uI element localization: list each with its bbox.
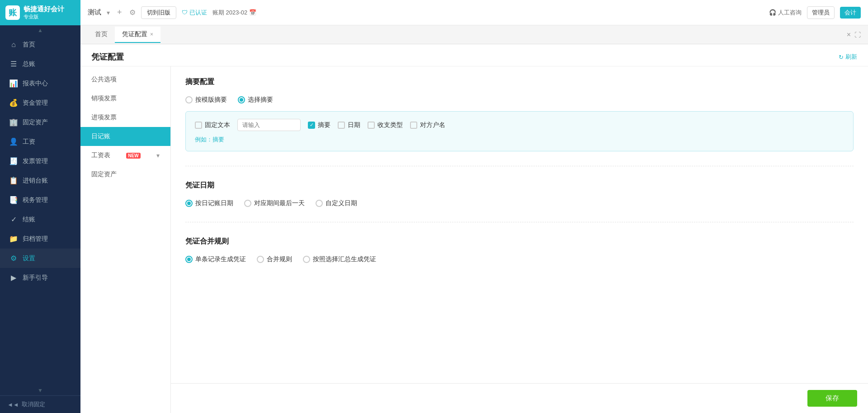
summary-label: 摘要 (318, 121, 330, 129)
sidebar-item-archive[interactable]: 📁 归档管理 (0, 229, 80, 249)
sidebar-item-payroll[interactable]: 👤 工资 (0, 132, 80, 151)
sidebar-nav: ⌂ 首页 ☰ 总账 📊 报表中心 💰 资金管理 🏢 固定资产 👤 工资 🧾 发票… (0, 35, 80, 385)
nav-item-diary[interactable]: 日记账 (80, 127, 170, 146)
logo-icon: 账 (5, 5, 20, 20)
shield-icon: 🛡 (182, 9, 188, 16)
refresh-icon: ↻ (839, 54, 844, 61)
period-display: 账期 2023-02 📅 (212, 9, 257, 17)
switch-old-btn[interactable]: 切到旧版 (141, 6, 176, 19)
date-checkbox (338, 122, 345, 129)
checkbox-fixed-text[interactable]: 固定文本 (195, 121, 230, 129)
summary-radio-group: 按模版摘要 选择摘要 (185, 96, 854, 104)
merge-rule-circle (257, 256, 264, 263)
checkbox-counterpart[interactable]: 对方户名 (410, 121, 445, 129)
sidebar-item-label: 进销台账 (23, 177, 48, 185)
radio-single-record[interactable]: 单条记录生成凭证 (185, 255, 246, 263)
sidebar-item-home[interactable]: ⌂ 首页 (0, 35, 80, 54)
dropdown-icon[interactable]: ▾ (107, 9, 110, 16)
tab-close-icon[interactable]: × (150, 31, 153, 38)
cancel-fixed-btn[interactable]: ◄◄ 取消固定 (0, 395, 80, 413)
right-content: 摘要配置 按模版摘要 选择摘要 (171, 66, 868, 383)
sidebar-item-funds[interactable]: 💰 资金管理 (0, 93, 80, 113)
radio-summary-generate[interactable]: 按照选择汇总生成凭证 (303, 255, 376, 263)
app-logo: 账 畅捷通好会计 专业版 (0, 0, 80, 25)
tab-voucher-config[interactable]: 凭证配置 × (115, 27, 160, 43)
payroll-table-row: 工资表 NEW ▾ (91, 151, 160, 160)
ledger-icon: ☰ (9, 60, 18, 68)
sidebar-item-assets[interactable]: 🏢 固定资产 (0, 113, 80, 132)
tab-home[interactable]: 首页 (88, 27, 115, 43)
archive-icon: 📁 (9, 235, 18, 243)
topbar-settings-icon[interactable]: ⚙ (129, 8, 136, 17)
tab-config-label: 凭证配置 (122, 30, 147, 38)
single-record-circle (185, 256, 193, 263)
calendar-icon[interactable]: 📅 (249, 9, 256, 16)
purchases-icon: 📋 (9, 176, 18, 185)
merge-rules-section: 凭证合并规则 单条记录生成凭证 合并规则 (185, 237, 854, 278)
close-window-icon[interactable]: × (847, 31, 851, 39)
merge-rules-title: 凭证合并规则 (185, 237, 854, 246)
sidebar-item-closing[interactable]: ✓ 结账 (0, 210, 80, 229)
add-btn[interactable]: + (115, 8, 124, 17)
custom-date-label: 自定义日期 (326, 199, 357, 207)
fixed-text-input[interactable] (237, 119, 301, 131)
checkbox-summary[interactable]: ✓ 摘要 (308, 121, 330, 129)
voucher-date-title: 凭证日期 (185, 181, 854, 190)
logo-text-group: 畅捷通好会计 专业版 (24, 5, 64, 20)
radio-select-summary[interactable]: 选择摘要 (238, 96, 273, 104)
closing-icon: ✓ (9, 215, 18, 224)
nav-item-fixed-assets[interactable]: 固定资产 (80, 165, 170, 184)
income-type-label: 收支类型 (377, 121, 403, 129)
save-button[interactable]: 保存 (807, 390, 857, 407)
company-name: 测试 (88, 8, 101, 17)
invoice-icon: 🧾 (9, 157, 18, 165)
sidebar-item-guide[interactable]: ▶ 新手引导 (0, 268, 80, 287)
fixed-text-checkbox (195, 122, 202, 129)
refresh-btn[interactable]: ↻ 刷新 (839, 53, 857, 61)
nav-item-public[interactable]: 公共选项 (80, 70, 170, 89)
assets-icon: 🏢 (9, 118, 18, 127)
new-badge: NEW (126, 153, 140, 159)
summary-checkbox: ✓ (308, 122, 315, 129)
sidebar-item-reports[interactable]: 📊 报表中心 (0, 74, 80, 93)
sidebar-item-label: 首页 (23, 41, 35, 49)
left-nav: 公共选项 销项发票 进项发票 日记账 工资表 NEW ▾ (80, 66, 171, 413)
nav-label-purchase: 进项发票 (91, 113, 117, 121)
page-title: 凭证配置 (91, 52, 124, 62)
daily-date-label: 按日记账日期 (195, 199, 233, 207)
radio-last-day[interactable]: 对应期间最后一天 (244, 199, 305, 207)
checkbox-date[interactable]: 日期 (338, 121, 360, 129)
customer-service-btn[interactable]: 🎧 人工咨询 (769, 9, 802, 17)
voucher-date-radio-group: 按日记账日期 对应期间最后一天 自定义日期 (185, 199, 854, 207)
expand-window-icon[interactable]: ⛶ (854, 31, 861, 38)
radio-merge-rule[interactable]: 合并规则 (257, 255, 292, 263)
summary-options-row: 固定文本 ✓ 摘要 日期 (195, 119, 844, 131)
radio-custom-date[interactable]: 自定义日期 (316, 199, 357, 207)
nav-item-sales[interactable]: 销项发票 (80, 89, 170, 108)
radio-template-summary[interactable]: 按模版摘要 (185, 96, 227, 104)
radio-template-label: 按模版摘要 (195, 96, 227, 104)
funds-icon: 💰 (9, 99, 18, 107)
sidebar-scroll-up[interactable]: ▲ (0, 25, 80, 35)
admin-btn[interactable]: 管理员 (807, 6, 835, 19)
verified-label: 已认证 (189, 9, 207, 17)
expand-icon: ▾ (156, 152, 160, 159)
custom-date-circle (316, 200, 323, 207)
nav-label-public: 公共选项 (91, 75, 117, 83)
role-btn[interactable]: 会计 (840, 7, 861, 19)
nav-item-payroll-table[interactable]: 工资表 NEW ▾ (80, 146, 170, 165)
voucher-date-section: 凭证日期 按日记账日期 对应期间最后一天 (185, 181, 854, 222)
example-text: 例如：摘要 (195, 136, 844, 144)
sidebar-item-invoice[interactable]: 🧾 发票管理 (0, 151, 80, 171)
single-record-label: 单条记录生成凭证 (195, 255, 246, 263)
counterpart-label: 对方户名 (420, 121, 445, 129)
checkbox-income-type[interactable]: 收支类型 (368, 121, 403, 129)
sidebar-item-tax[interactable]: 📑 税务管理 (0, 190, 80, 210)
sidebar-item-settings[interactable]: ⚙ 设置 (0, 249, 80, 268)
sidebar-scroll-down[interactable]: ▼ (0, 385, 80, 395)
sidebar-item-ledger[interactable]: ☰ 总账 (0, 54, 80, 74)
radio-daily-date[interactable]: 按日记账日期 (185, 199, 233, 207)
sidebar-item-purchases[interactable]: 📋 进销台账 (0, 171, 80, 190)
radio-template-circle (185, 96, 193, 103)
nav-item-purchase[interactable]: 进项发票 (80, 108, 170, 127)
